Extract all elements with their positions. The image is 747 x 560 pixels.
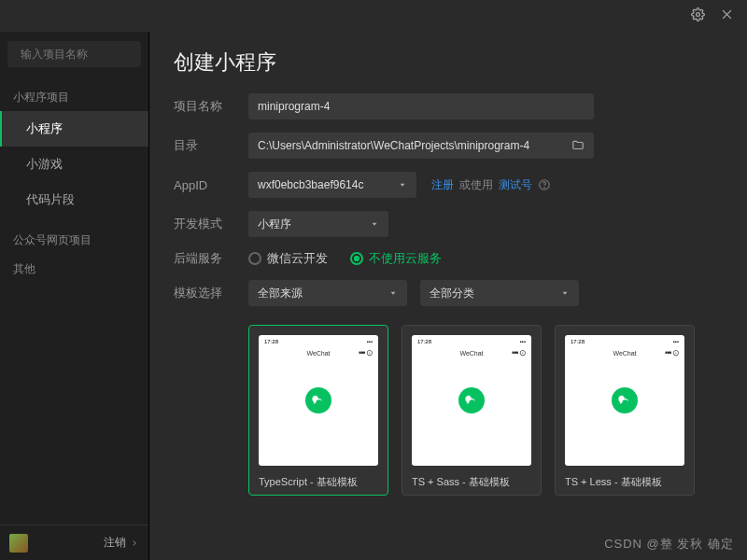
template-caption: TS + Less - 基础模板 [556, 471, 694, 489]
label-backend: 后端服务 [174, 250, 233, 267]
template-caption: TS + Sass - 基础模板 [402, 471, 541, 489]
page-title: 创建小程序 [174, 49, 723, 77]
template-preview: 17:28••• WeChat ••• ⊙ [565, 335, 684, 466]
sidebar-header-official[interactable]: 公众号网页项目 [0, 225, 148, 254]
sidebar-header-miniapp: 小程序项目 [0, 82, 148, 111]
gear-icon[interactable] [691, 7, 705, 24]
template-list: 17:28••• WeChat ••• ⊙ TypeScript - 基础模板 … [248, 325, 723, 496]
backend-option-nocloud[interactable]: 不使用云服务 [350, 250, 442, 267]
radio-icon [350, 252, 363, 265]
svg-point-0 [697, 13, 700, 17]
main: 创建小程序 项目名称 目录 C:\Users\Administrator\WeC… [149, 32, 747, 560]
label-appid: AppID [174, 178, 233, 192]
wechat-logo-icon [612, 387, 638, 413]
logout-button[interactable]: 注销 [104, 535, 139, 551]
project-name-input[interactable] [248, 93, 594, 119]
wechat-logo-icon [458, 387, 485, 413]
chevron-down-icon [560, 288, 570, 298]
svg-point-7 [544, 188, 545, 189]
search-input-wrap[interactable] [7, 41, 141, 67]
template-category-value: 全部分类 [430, 286, 474, 301]
template-caption: TypeScript - 基础模板 [249, 471, 388, 489]
titlebar [0, 0, 747, 32]
chevron-down-icon [388, 288, 398, 298]
label-name: 项目名称 [174, 98, 233, 115]
project-dir-input[interactable]: C:\Users\Administrator\WeChatProjects\mi… [248, 133, 594, 159]
sidebar: 小程序项目 小程序 小游戏 代码片段 公众号网页项目 其他 注销 [0, 32, 149, 560]
template-preview: 17:28••• WeChat ••• ⊙ [412, 335, 531, 466]
svg-marker-9 [391, 292, 396, 295]
sidebar-header-other[interactable]: 其他 [0, 254, 148, 283]
label-template: 模板选择 [174, 285, 233, 301]
register-link[interactable]: 注册 [431, 177, 454, 193]
sidebar-footer: 注销 [0, 525, 148, 560]
svg-marker-5 [401, 184, 405, 187]
chevron-down-icon [398, 180, 407, 189]
mode-select[interactable]: 小程序 [248, 211, 388, 237]
sidebar-item-minigame[interactable]: 小游戏 [0, 147, 148, 182]
template-card[interactable]: 17:28••• WeChat ••• ⊙ TypeScript - 基础模板 [248, 325, 388, 496]
project-dir-value: C:\Users\Administrator\WeChatProjects\mi… [258, 139, 564, 152]
chevron-down-icon [370, 219, 379, 229]
search-input[interactable] [21, 48, 161, 61]
backend-radio-group: 微信云开发 不使用云服务 [248, 250, 442, 267]
svg-marker-10 [563, 292, 568, 295]
template-card[interactable]: 17:28••• WeChat ••• ⊙ TS + Sass - 基础模板 [402, 325, 542, 496]
radio-icon [248, 252, 261, 265]
close-icon[interactable] [720, 7, 734, 24]
backend-option-label: 微信云开发 [267, 250, 328, 267]
logout-label: 注销 [104, 535, 126, 551]
appid-value: wxf0ebcb3baef9614c [258, 178, 363, 191]
template-source-select[interactable]: 全部来源 [248, 280, 407, 306]
avatar[interactable] [9, 534, 28, 553]
label-mode: 开发模式 [174, 216, 233, 232]
template-source-value: 全部来源 [258, 286, 303, 301]
testid-link[interactable]: 测试号 [499, 177, 532, 193]
backend-option-label: 不使用云服务 [369, 250, 442, 267]
appid-select[interactable]: wxf0ebcb3baef9614c [248, 172, 416, 198]
chevron-right-icon [130, 539, 139, 548]
mode-value: 小程序 [258, 217, 291, 232]
folder-icon[interactable] [571, 139, 585, 152]
template-preview: 17:28••• WeChat ••• ⊙ [259, 335, 378, 466]
label-dir: 目录 [174, 137, 233, 154]
svg-marker-8 [373, 223, 377, 226]
sidebar-item-snippet[interactable]: 代码片段 [0, 182, 148, 217]
template-card[interactable]: 17:28••• WeChat ••• ⊙ TS + Less - 基础模板 [555, 325, 695, 496]
help-icon[interactable] [538, 178, 551, 191]
backend-option-cloud[interactable]: 微信云开发 [248, 250, 328, 267]
sidebar-item-miniprogram[interactable]: 小程序 [0, 111, 148, 147]
or-use-text: 或使用 [459, 177, 493, 193]
wechat-logo-icon [305, 387, 331, 413]
template-category-select[interactable]: 全部分类 [420, 280, 579, 306]
